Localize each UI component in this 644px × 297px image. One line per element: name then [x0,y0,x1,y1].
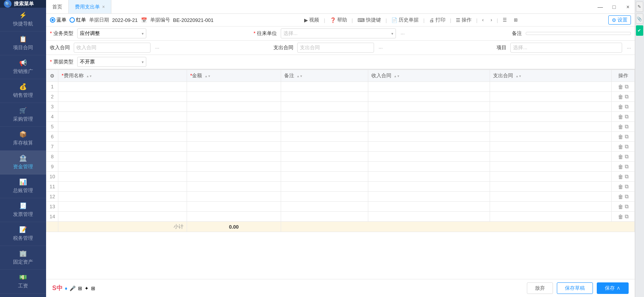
tab-expense[interactable]: 费用支出单× [69,0,111,13]
settings-btn[interactable]: ⚙ 设置 [608,15,631,25]
row-amount[interactable] [187,172,281,182]
row-delete-icon[interactable]: 🗑 [618,214,623,220]
row-remark[interactable] [281,192,368,202]
footer-icon-grid[interactable]: ⊞ [78,285,82,291]
footer-icon-s[interactable]: S中 [52,284,63,292]
row-copy-icon[interactable]: ⧉ [625,193,629,200]
income-contract-ellipsis[interactable]: ··· [155,45,159,51]
sort-expense-contract[interactable]: ▲▼ [515,75,521,78]
row-copy-icon[interactable]: ⧉ [625,133,629,140]
row-expense-contract[interactable] [490,102,611,112]
ops-btn[interactable]: ☰ 操作 [454,16,474,24]
next-btn[interactable]: › [488,17,494,23]
row-copy-icon[interactable]: ⧉ [625,103,629,110]
row-delete-icon[interactable]: 🗑 [618,94,623,100]
footer-icon-diamond[interactable]: ♦ [65,285,68,291]
row-remark[interactable] [281,182,368,192]
row-expense-name[interactable] [58,92,187,102]
row-amount[interactable] [187,212,281,222]
sidebar-item-purchase-mgmt[interactable]: 🛒采购管理 [0,103,46,127]
row-expense-contract[interactable] [490,112,611,122]
biz-type-select[interactable]: 应付调整 ▾ [77,28,146,38]
row-income-contract[interactable] [368,162,490,172]
row-remark[interactable] [281,102,368,112]
prev-btn[interactable]: ‹ [480,17,486,23]
sidebar-item-inventory[interactable]: 📦库存核算 [0,127,46,151]
counterparty-select[interactable]: 选择... ▾ [281,28,396,38]
row-expense-name[interactable] [58,162,187,172]
expense-contract-ellipsis[interactable]: ··· [379,45,383,51]
row-delete-icon[interactable]: 🗑 [618,174,623,180]
row-amount[interactable] [187,202,281,212]
print-btn[interactable]: 🖨 打印 [427,16,448,24]
tab-home[interactable]: 首页 [46,0,69,13]
row-expense-name[interactable] [58,152,187,162]
row-copy-icon[interactable]: ⧉ [625,153,629,160]
row-income-contract[interactable] [368,202,490,212]
row-income-contract[interactable] [368,82,490,92]
row-delete-icon[interactable]: 🗑 [618,154,623,160]
row-expense-contract[interactable] [490,92,611,102]
list-view-btn[interactable]: ☰ [500,17,509,23]
red-bill-radio[interactable]: 红单 [70,17,86,23]
row-remark[interactable] [281,172,368,182]
row-income-contract[interactable] [368,192,490,202]
right-edge-edit[interactable]: ✎ [636,2,643,12]
row-income-contract[interactable] [368,152,490,162]
row-copy-icon[interactable]: ⧉ [625,123,629,130]
remark-input[interactable] [526,32,631,35]
row-expense-contract[interactable] [490,182,611,192]
row-amount[interactable] [187,162,281,172]
row-expense-contract[interactable] [490,142,611,152]
row-delete-icon[interactable]: 🗑 [618,184,623,190]
sidebar-item-quick-nav[interactable]: ⚡快捷导航 [0,8,46,32]
row-expense-contract[interactable] [490,82,611,92]
sidebar-item-ops-mgmt[interactable]: 📈经营管理 [0,294,46,297]
sidebar-item-invoice-mgmt[interactable]: 🧾发票管理 [0,198,46,222]
invoice-type-select[interactable]: 不开票 ▾ [77,57,146,67]
sort-income-contract[interactable]: ▲▼ [394,75,400,78]
row-amount[interactable] [187,112,281,122]
help-btn[interactable]: ❓ 帮助 [328,16,349,24]
row-amount[interactable] [187,82,281,92]
row-remark[interactable] [281,162,368,172]
sort-expense-name[interactable]: ▲▼ [86,75,92,78]
row-copy-icon[interactable]: ⧉ [625,163,629,170]
row-delete-icon[interactable]: 🗑 [618,204,623,210]
row-income-contract[interactable] [368,182,490,192]
search-icon[interactable]: 🔍 [4,0,12,8]
tab-close-expense[interactable]: × [102,4,105,10]
row-income-contract[interactable] [368,102,490,112]
right-edge-attach[interactable]: 📎 [636,13,643,24]
sidebar-search-label[interactable]: 搜索菜单 [14,0,34,7]
row-delete-icon[interactable]: 🗑 [618,134,623,140]
calendar-icon[interactable]: 📅 [141,17,147,23]
row-expense-contract[interactable] [490,172,611,182]
minimize-button[interactable]: — [593,0,607,14]
row-delete-icon[interactable]: 🗑 [618,84,623,90]
row-copy-icon[interactable]: ⧉ [625,113,629,120]
row-expense-contract[interactable] [490,192,611,202]
row-income-contract[interactable] [368,122,490,132]
row-remark[interactable] [281,142,368,152]
sidebar-item-marketing[interactable]: 📢营销推广 [0,55,46,79]
row-remark[interactable] [281,132,368,142]
row-amount[interactable] [187,192,281,202]
footer-icon-grid2[interactable]: ⊞ [91,285,95,291]
sort-amount[interactable]: ▲▼ [205,75,211,78]
history-btn[interactable]: 📄 历史单据 [389,16,421,24]
sidebar-item-project-contract[interactable]: 📋项目合同 [0,32,46,55]
row-delete-icon[interactable]: 🗑 [618,164,623,170]
sort-remark[interactable]: ▲▼ [296,75,303,78]
row-delete-icon[interactable]: 🗑 [618,104,623,110]
row-expense-name[interactable] [58,102,187,112]
row-expense-contract[interactable] [490,132,611,142]
grid-view-btn[interactable]: ⊞ [512,17,520,23]
row-expense-contract[interactable] [490,202,611,212]
row-expense-name[interactable] [58,112,187,122]
row-expense-contract[interactable] [490,122,611,132]
row-amount[interactable] [187,122,281,132]
row-delete-icon[interactable]: 🗑 [618,124,623,130]
row-expense-contract[interactable] [490,162,611,172]
row-delete-icon[interactable]: 🗑 [618,114,623,120]
